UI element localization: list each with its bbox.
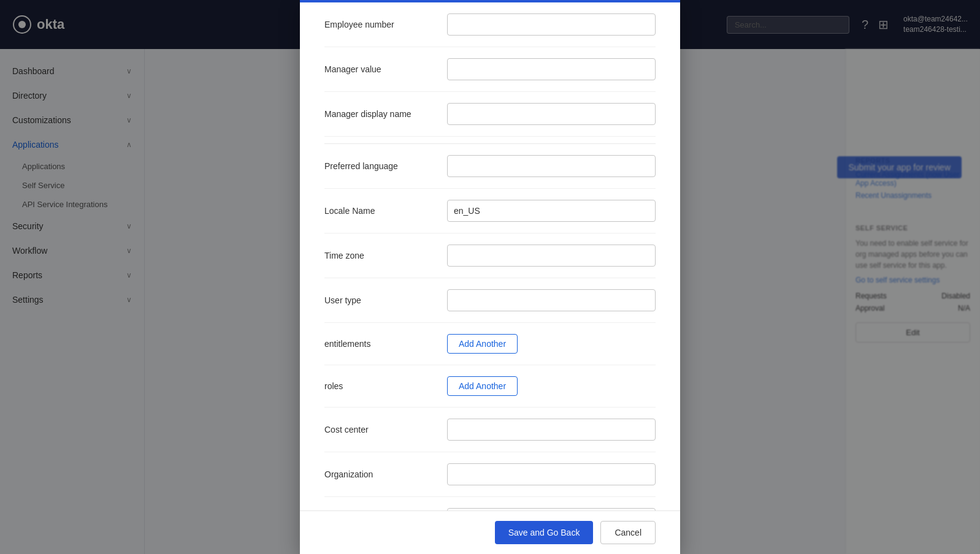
form-row-manager-value: Manager value [324,47,656,92]
cost-center-label: Cost center [324,425,435,434]
employee-number-input[interactable] [447,13,656,36]
form-row-employee-number: Employee number [324,2,656,47]
manager-value-label: Manager value [324,64,435,74]
cancel-button[interactable]: Cancel [600,521,656,544]
user-type-input[interactable] [447,289,656,311]
form-row-locale-name: Locale Name [324,189,656,233]
cost-center-input[interactable] [447,419,656,441]
modal-footer: Save and Go Back Cancel [300,510,680,554]
locale-name-input[interactable] [447,200,656,222]
modal-scroll-area[interactable]: Employee number Manager value Manager di… [300,2,680,510]
form-row-organization: Organization [324,452,656,497]
attribute-mapping-modal: Employee number Manager value Manager di… [300,0,680,554]
manager-value-input[interactable] [447,58,656,80]
manager-display-name-label: Manager display name [324,109,435,119]
form-row-user-type: User type [324,278,656,323]
preferred-language-label: Preferred language [324,161,435,171]
time-zone-input[interactable] [447,245,656,267]
preferred-language-input[interactable] [447,155,656,177]
section-divider [324,137,656,144]
save-and-go-back-button[interactable]: Save and Go Back [495,521,594,544]
entitlements-label: entitlements [324,339,435,349]
form-row-entitlements: entitlements Add Another [324,323,656,365]
roles-add-another-button[interactable]: Add Another [447,376,518,396]
form-row-cost-center: Cost center [324,408,656,452]
entitlements-add-another-button[interactable]: Add Another [447,334,518,354]
form-row-preferred-language: Preferred language [324,144,656,189]
roles-label: roles [324,381,435,391]
form-row-division: Division [324,497,656,510]
manager-display-name-input[interactable] [447,103,656,125]
form-row-time-zone: Time zone [324,233,656,278]
user-type-label: User type [324,295,435,305]
locale-name-label: Locale Name [324,206,435,216]
form-row-roles: roles Add Another [324,365,656,408]
organization-input[interactable] [447,463,656,485]
organization-label: Organization [324,469,435,479]
time-zone-label: Time zone [324,251,435,260]
employee-number-label: Employee number [324,20,435,29]
form-row-manager-display-name: Manager display name [324,92,656,137]
